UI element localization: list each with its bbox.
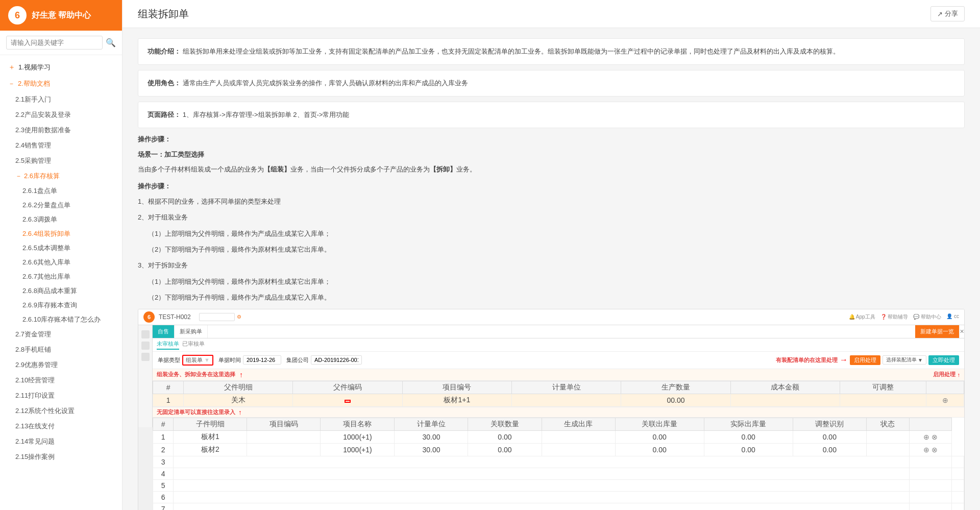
- th-item-num: 项目编号: [402, 381, 511, 394]
- annotation-area-1: 有装配清单的在这里处理 → 启用处理 选择装配清单 ▼ 立即处理: [776, 355, 959, 365]
- td-parent-name: 关木: [184, 394, 293, 406]
- table-row: 3: [153, 456, 964, 468]
- sidebar-item-coupon[interactable]: 2.9优惠券管理: [0, 357, 122, 373]
- app-bar-apptool: 🔔 App工具: [849, 313, 875, 321]
- form-label-date: 单据时间: [218, 356, 241, 364]
- app-body-row: 自售 新采购单 新建单据一览 ✕ 未审核单 已审核单: [138, 325, 964, 510]
- app-close-btn[interactable]: ✕: [960, 328, 964, 335]
- path-box: 页面路径： 1、库存核算->库存管理->组装拆卸单 2、首页->常用功能: [138, 102, 965, 128]
- search-input[interactable]: [6, 36, 103, 50]
- app-tab-reviewed[interactable]: 已审核单: [182, 340, 205, 350]
- sidebar-item-new-user[interactable]: 2.1新手入门: [0, 92, 122, 107]
- sidebar-item-help-docs[interactable]: － 2.帮助文档: [0, 76, 122, 92]
- sidebar-item-faq[interactable]: 2.14常见问题: [0, 434, 122, 449]
- annotation-row-2: 组装业务、拆卸业务在这里选择 ↑ 启用处理 ↑: [153, 369, 964, 381]
- td-cost-amt: [730, 394, 840, 406]
- td-adjustable: [840, 394, 926, 406]
- row-del-icon[interactable]: ⊕ ⊗: [923, 433, 938, 441]
- form-field-date: 单据时间: [218, 355, 281, 365]
- table-row: 4: [153, 468, 964, 479]
- th-seq: #: [153, 381, 184, 394]
- td-item-num: 板材1+1: [402, 394, 511, 406]
- sidebar-item-inventory-query[interactable]: 2.6.9库存账本查询: [0, 298, 122, 312]
- parent-code-input[interactable]: [345, 400, 351, 403]
- page-title: 组装拆卸单: [138, 7, 189, 21]
- confirm-btn[interactable]: 立即处理: [928, 355, 959, 365]
- form-input-group[interactable]: [311, 355, 362, 365]
- form-input-date[interactable]: [243, 355, 281, 365]
- screenshot-container: 6 TEST-H002 ⚙ 🔔 App工具 ❓ 帮助辅导 💬 帮助中心 👤 cc: [138, 309, 965, 510]
- app-logo-sm: 6: [143, 311, 155, 323]
- sidebar-item-install-login[interactable]: 2.2产品安装及登录: [0, 107, 122, 123]
- sidebar-item-online-pay[interactable]: 2.13在线支付: [0, 419, 122, 434]
- sidebar-item-other-inbound[interactable]: 2.6.6其他入库单: [0, 255, 122, 270]
- share-icon: ↗: [937, 10, 943, 18]
- role-text: 通常由生产人员或库管人员完成拆装业务的操作，库管人员确认原材料的出库和产成品的入…: [183, 79, 468, 87]
- sidebar-item-personalization[interactable]: 2.12系统个性化设置: [0, 403, 122, 419]
- sidebar-inventory-subitems: 2.6.1盘点单 2.6.2分量盘点单 2.6.3调拨单 2.6.4组装拆卸单 …: [0, 184, 122, 327]
- table-row: 5: [153, 479, 964, 491]
- sidebar-item-cases[interactable]: 2.15操作案例: [0, 449, 122, 465]
- th-unit: 计量单位: [512, 381, 621, 394]
- app-nav-self-sell[interactable]: 自售: [153, 325, 175, 338]
- arrow-icon-1: →: [840, 355, 848, 365]
- form-input-type[interactable]: 组装单 ▼: [182, 355, 213, 366]
- lower-table: # 子件明细 项目编码 项目名称 计量单位 关联数量 生成出库 关联出库量: [153, 418, 964, 510]
- sidebar-item-operations[interactable]: 2.10经营管理: [0, 373, 122, 388]
- sidebar-header: 6 好生意 帮助中心: [0, 0, 122, 31]
- lth-actual-outbound: 实际出库量: [704, 418, 793, 430]
- sidebar-item-cost-recalc[interactable]: 2.6.8商品成本重算: [0, 284, 122, 298]
- arrow-icon-3: ↑: [958, 372, 961, 378]
- step1: 1、根据不同的业务，选择不同单据的类型来处理: [138, 196, 965, 207]
- sidebar-item-video-learning[interactable]: ＋ 1.视频学习: [0, 59, 122, 76]
- sidebar-item-assembly[interactable]: 2.6.4组装拆卸单: [0, 227, 122, 241]
- sidebar-item-partial-stocktake[interactable]: 2.6.2分量盘点单: [0, 198, 122, 212]
- step2-sub1: （1）上部明细为父件明细，最终作为产成品生成某它入库单；: [148, 228, 965, 239]
- inventory-label: 2.6库存核算: [24, 172, 60, 181]
- sidebar-item-inventory[interactable]: － 2.6库存核算: [0, 168, 122, 184]
- lth-assoc-qty: 关联数量: [468, 418, 542, 430]
- search-icon[interactable]: 🔍: [106, 38, 116, 47]
- arrow-icon-4: ↑: [238, 408, 242, 416]
- step3-sub2: （2）下部明细为子件明细，最终作为产成品生成某它入库单。: [148, 292, 965, 303]
- main-header: 组装拆卸单 ↗ 分享: [122, 0, 980, 28]
- activation-btn[interactable]: 启用处理: [850, 355, 880, 365]
- lth-item-name: 项目名称: [321, 418, 395, 430]
- ops-steps-section: 操作步骤： 场景一：加工类型选择 当由多个子件材料组装成一个成品的业务为【组装】…: [138, 133, 965, 510]
- table-row: 7: [153, 503, 964, 510]
- row-del-icon2[interactable]: ⊕ ⊗: [923, 446, 938, 454]
- row-action-icon[interactable]: ⊕: [942, 396, 948, 404]
- app-nav-new-purchase[interactable]: 新采购单: [175, 325, 208, 338]
- sidebar-item-sales[interactable]: 2.4销售管理: [0, 138, 122, 153]
- th-adjustable: 可调整: [840, 381, 926, 394]
- app-tab-unreviewed[interactable]: 未审核单: [157, 340, 179, 350]
- td-row-action: ⊕: [926, 394, 964, 406]
- app-title: TEST-H002: [159, 313, 191, 321]
- lth-assoc-outbound: 关联出库量: [615, 418, 704, 430]
- step3: 3、对于拆卸业务: [138, 259, 965, 271]
- annotation-text-1: 有装配清单的在这里处理: [776, 356, 838, 364]
- sidebar-item-data-prep[interactable]: 2.3使用前数据准备: [0, 123, 122, 138]
- main-content: 功能介绍： 组装拆卸单用来处理企业组装或拆卸等加工业务，支持有固定装配清单的产品…: [122, 28, 980, 510]
- upper-table-area: # 父件明细 父件编码 项目编号 计量单位 生产数量 成本金额 可调整: [153, 381, 964, 407]
- sidebar-item-print[interactable]: 2.11打印设置: [0, 388, 122, 403]
- select-config-list[interactable]: 选择装配清单 ▼: [883, 355, 926, 365]
- expand-icon: ＋: [8, 63, 15, 72]
- share-button[interactable]: ↗ 分享: [930, 6, 965, 21]
- sidebar-item-mobile[interactable]: 2.8手机旺铺: [0, 342, 122, 357]
- share-label: 分享: [945, 9, 958, 18]
- form-label-type: 单据类型: [158, 356, 180, 364]
- th-prod-qty: 生产数量: [621, 381, 730, 394]
- sidebar-item-purchase[interactable]: 2.5采购管理: [0, 153, 122, 168]
- sidebar-item-transfer[interactable]: 2.6.3调拨单: [0, 212, 122, 227]
- sidebar-item-finance[interactable]: 2.7资金管理: [0, 327, 122, 342]
- sidebar-item-inventory-fix[interactable]: 2.6.10库存账本错了怎么办: [0, 312, 122, 327]
- sidebar-item-stocktake[interactable]: 2.6.1盘点单: [0, 184, 122, 198]
- sidebar-item-cost-adjust[interactable]: 2.6.5成本调整单: [0, 241, 122, 255]
- lower-table-area: # 子件明细 项目编码 项目名称 计量单位 关联数量 生成出库 关联出库量: [153, 418, 964, 510]
- app-logo: 6: [8, 6, 27, 25]
- mock-screenshot: 6 TEST-H002 ⚙ 🔔 App工具 ❓ 帮助辅导 💬 帮助中心 👤 cc: [138, 309, 964, 510]
- app-nav-new-order-btn[interactable]: 新建单据一览: [915, 325, 960, 338]
- td-seq: 1: [153, 394, 184, 406]
- sidebar-item-other-outbound[interactable]: 2.6.7其他出库单: [0, 270, 122, 284]
